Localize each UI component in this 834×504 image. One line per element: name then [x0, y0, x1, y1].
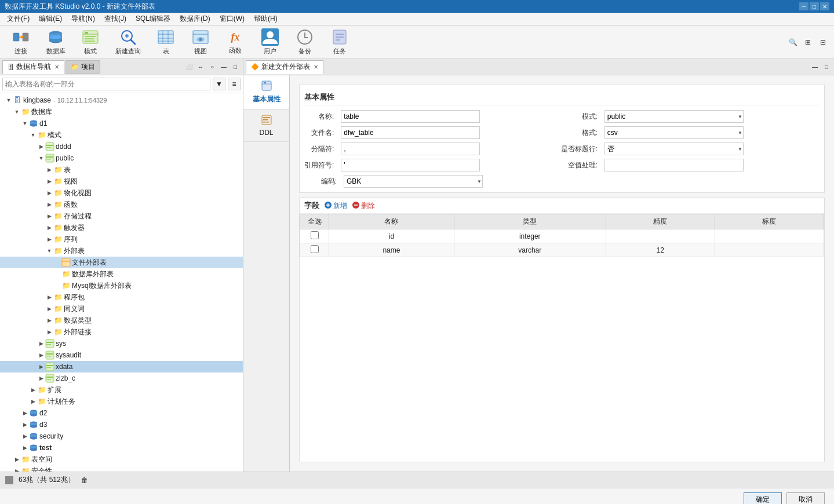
quote-input[interactable] — [341, 159, 480, 171]
delimiter-input[interactable] — [341, 143, 480, 155]
tree-item-packages[interactable]: ▶ 📁 程序包 — [0, 291, 243, 303]
header-select[interactable]: 否 是 — [604, 143, 744, 155]
tree-item-dddd[interactable]: ▶ dddd — [0, 141, 243, 152]
toggle-tablespaces[interactable]: ▶ — [13, 455, 21, 463]
trash-button[interactable]: 🗑 — [79, 475, 90, 485]
tree-item-functions[interactable]: ▶ 📁 函数 — [0, 199, 243, 210]
delete-field-button[interactable]: 删除 — [352, 201, 375, 211]
tree-item-fdw[interactable]: ▶ 📁 外部链接 — [0, 326, 243, 338]
tree-item-zlzb_c[interactable]: ▶ zlzb_c — [0, 372, 243, 384]
tree-item-file-externals[interactable]: ▶ 文件外部表 — [0, 257, 243, 268]
toggle-dddd[interactable]: ▶ — [37, 143, 45, 151]
col-select-all[interactable]: 全选 — [300, 214, 329, 229]
toggle-test[interactable]: ▶ — [21, 444, 29, 452]
left-panel-close-btn[interactable]: — — [218, 62, 229, 72]
null-input[interactable] — [604, 159, 744, 171]
left-panel-btn1[interactable]: ⬜ — [184, 62, 194, 72]
tree-item-tablespaces[interactable]: ▶ 📁 表空间 — [0, 454, 243, 465]
tree-item-security[interactable]: ▶ security — [0, 430, 243, 442]
tree-item-matviews[interactable]: ▶ 📁 物化视图 — [0, 187, 243, 199]
toggle-jobs[interactable]: ▶ — [29, 397, 37, 406]
toggle-extensions[interactable]: ▶ — [29, 386, 37, 394]
menu-window[interactable]: 窗口(W) — [215, 13, 249, 25]
toggle-tables[interactable]: ▶ — [45, 166, 53, 174]
tree-item-externals[interactable]: ▼ 📁 外部表 — [0, 245, 243, 257]
task-button[interactable]: 任务 — [323, 28, 356, 57]
table-button[interactable]: 表 — [150, 28, 182, 57]
tree-item-public[interactable]: ▼ public — [0, 152, 243, 164]
menu-file[interactable]: 文件(F) — [2, 13, 34, 25]
left-panel-expand-btn[interactable]: □ — [230, 62, 241, 72]
search-toolbar-button[interactable]: 🔍 — [786, 36, 799, 49]
toggle-triggers[interactable]: ▶ — [45, 224, 53, 232]
toggle-xdata[interactable]: ▶ — [37, 363, 45, 371]
toggle-d3[interactable]: ▶ — [21, 421, 29, 429]
function-button[interactable]: fx 函数 — [219, 28, 252, 57]
menu-help[interactable]: 帮助(H) — [249, 13, 282, 25]
toggle-security[interactable]: ▶ — [21, 432, 29, 440]
toggle-zlzb_c[interactable]: ▶ — [37, 374, 45, 382]
new-query-button[interactable]: 新建查询 — [109, 28, 147, 57]
tree-item-triggers[interactable]: ▶ 📁 触发器 — [0, 222, 243, 233]
tree-item-security-top[interactable]: ▶ 📁 安全性 — [0, 465, 243, 472]
toggle-packages[interactable]: ▶ — [45, 293, 53, 301]
tree-item-root[interactable]: ▼ 🗄 kingbase - 10.12.11.1:54329 — [0, 94, 243, 106]
tree-item-tables[interactable]: ▶ 📁 表 — [0, 164, 243, 176]
left-panel-btn2[interactable]: ↔ — [195, 62, 206, 72]
close-button[interactable]: ✕ — [820, 2, 829, 10]
toggle-views[interactable]: ▶ — [45, 177, 53, 185]
connect-button[interactable]: 连接 — [5, 28, 37, 57]
toggle-public[interactable]: ▼ — [37, 154, 45, 162]
tree-item-d2[interactable]: ▶ d2 — [0, 407, 243, 419]
tree-item-extensions[interactable]: ▶ 📁 扩展 — [0, 384, 243, 396]
toggle-schemas[interactable]: ▼ — [29, 131, 37, 139]
menu-sql-editor[interactable]: SQL编辑器 — [131, 13, 175, 25]
tree-item-db-externals[interactable]: ▶ 📁 数据库外部表 — [0, 268, 243, 280]
toggle-security-top[interactable]: ▶ — [13, 467, 21, 472]
view-button[interactable]: 视图 — [184, 28, 217, 57]
tree-item-procedures[interactable]: ▶ 📁 存储过程 — [0, 210, 243, 222]
toggle-synonyms[interactable]: ▶ — [45, 305, 53, 313]
search-input[interactable] — [2, 78, 210, 90]
toggle-d2[interactable]: ▶ — [21, 409, 29, 417]
sub-tab-basic-props[interactable]: 基本属性 — [243, 75, 289, 109]
right-panel-btn1[interactable]: — — [810, 62, 820, 72]
toggle-fdw[interactable]: ▶ — [45, 328, 53, 336]
tree-item-d3[interactable]: ▶ d3 — [0, 419, 243, 430]
add-field-button[interactable]: 新增 — [324, 201, 347, 211]
menu-find[interactable]: 查找(J) — [100, 13, 131, 25]
user-button[interactable]: 用户 — [254, 28, 286, 57]
tree-item-databases[interactable]: ▼ 📁 数据库 — [0, 106, 243, 118]
tree-item-xdata[interactable]: ▶ xdata — [0, 361, 243, 372]
tree-item-datatypes[interactable]: ▶ 📁 数据类型 — [0, 315, 243, 326]
schema-select[interactable]: public — [604, 110, 744, 123]
row-checkbox-0[interactable] — [311, 231, 319, 239]
table-row[interactable]: name varchar 12 — [300, 243, 824, 257]
menu-database[interactable]: 数据库(D) — [175, 13, 215, 25]
tab-project[interactable]: 📁 项目 — [65, 60, 100, 74]
backup-button[interactable]: 备份 — [289, 28, 321, 57]
toggle-sysaudit[interactable]: ▶ — [37, 351, 45, 359]
left-panel-btn3[interactable]: ○ — [207, 62, 217, 72]
tree-item-d1[interactable]: ▼ d1 — [0, 118, 243, 129]
filename-input[interactable] — [341, 126, 480, 139]
filter-button[interactable]: ▼ — [213, 78, 225, 90]
toggle-functions[interactable]: ▶ — [45, 200, 53, 209]
tree-item-synonyms[interactable]: ▶ 📁 同义词 — [0, 303, 243, 315]
toggle-sequences[interactable]: ▶ — [45, 235, 53, 243]
toggle-externals[interactable]: ▼ — [45, 247, 53, 255]
tree-item-sequences[interactable]: ▶ 📁 序列 — [0, 233, 243, 245]
maximize-button[interactable]: □ — [810, 2, 819, 10]
layout1-button[interactable]: ⊞ — [802, 36, 814, 49]
sub-tab-ddl[interactable]: DDL — [243, 109, 289, 142]
menu-edit[interactable]: 编辑(E) — [34, 13, 67, 25]
layout2-button[interactable]: ⊟ — [817, 36, 829, 49]
tree-item-test[interactable]: ▶ test — [0, 442, 243, 454]
tree-item-sysaudit[interactable]: ▶ sysaudit — [0, 349, 243, 361]
tree-item-views[interactable]: ▶ 📁 视图 — [0, 176, 243, 187]
filter-options-button[interactable]: ≡ — [228, 78, 241, 90]
tree-item-schemas[interactable]: ▼ 📁 模式 — [0, 129, 243, 141]
new-ext-table-close[interactable]: ✕ — [314, 64, 318, 70]
toggle-matviews[interactable]: ▶ — [45, 189, 53, 197]
name-input[interactable] — [341, 110, 480, 123]
